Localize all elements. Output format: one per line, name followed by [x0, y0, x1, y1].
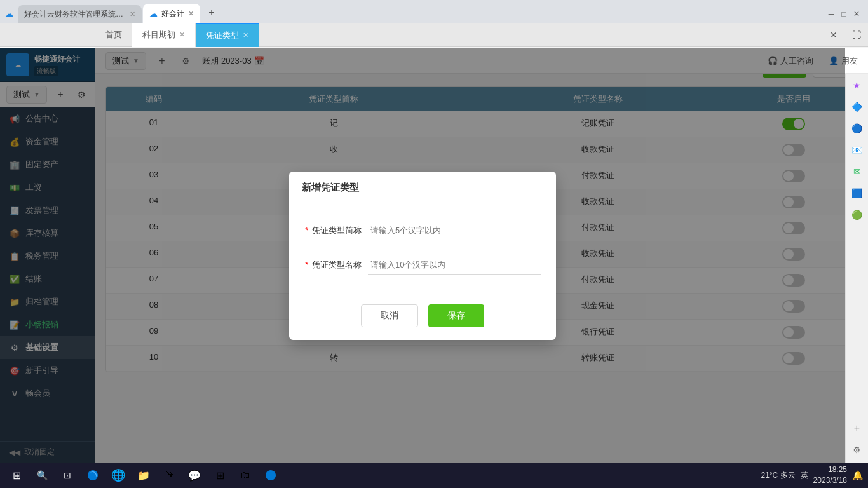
right-star-button[interactable]: ★ [847, 75, 867, 95]
right-circle-button[interactable]: 🔵 [847, 118, 867, 139]
taskbar-explorer[interactable]: 📁 [132, 464, 155, 487]
taskbar-search[interactable]: 🔍 [31, 464, 53, 487]
subject-period-label: 科目期初 [142, 29, 175, 41]
dialog-footer: 取消 保存 [289, 295, 556, 340]
taskbar-edge2[interactable] [259, 464, 282, 487]
taskbar-time: 18:25 [813, 464, 847, 475]
taskbar-right: 21°C 多云 英 18:25 2023/3/18 🔔 [761, 464, 863, 486]
right-msg-button[interactable]: ✉ [847, 161, 867, 182]
tab-1[interactable]: 好会计云财务软件管理系统_会计 ✕ [18, 5, 142, 23]
tab-navigation: 首页 科目期初 ✕ 凭证类型 ✕ ✕ ⛶ [0, 23, 868, 47]
taskbar-time-block: 18:25 2023/3/18 [813, 464, 847, 486]
taskbar: ⊞ 🔍 ⊡ 🌐 📁 🛍 💬 ⊞ 🗂 21°C 多云 英 18:25 2023/3… [0, 463, 868, 488]
close-button[interactable]: ✕ [850, 8, 863, 20]
taskbar-lang: 英 [801, 470, 808, 481]
dialog-body: * 凭证类型简称 * 凭证类型名称 [289, 203, 556, 295]
taskbar-wechat[interactable]: 💬 [183, 464, 206, 487]
short-name-row: * 凭证类型简称 [304, 221, 541, 240]
taskbar-store[interactable]: 🛍 [158, 464, 180, 487]
taskbar-chrome[interactable]: 🌐 [107, 464, 130, 487]
tab-1-label: 好会计云财务软件管理系统_会计 [24, 9, 126, 20]
voucher-type-label: 凭证类型 [206, 30, 239, 41]
right-panel: 🔍 ★ 🔷 🔵 📧 ✉ 🟦 🟢 + ⚙ [845, 48, 868, 463]
tab-expand-button[interactable]: ⛶ [845, 24, 868, 46]
start-button[interactable]: ⊞ [5, 464, 28, 487]
tab-subject-period[interactable]: 科目期初 ✕ [132, 23, 196, 47]
short-name-label: * 凭证类型简称 [304, 225, 362, 236]
tab-1-close[interactable]: ✕ [130, 10, 135, 18]
tab-2-favicon: ☁ [149, 9, 158, 18]
tab-home[interactable]: 首页 [95, 23, 132, 47]
full-name-input[interactable] [368, 255, 541, 274]
dialog-header: 新增凭证类型 [289, 172, 556, 203]
taskbar-folder[interactable]: 🗂 [234, 464, 257, 487]
dialog-title: 新增凭证类型 [302, 182, 359, 193]
save-button[interactable]: 保存 [428, 304, 484, 327]
taskbar-weather: 21°C 多云 [761, 470, 795, 481]
minimize-button[interactable]: ─ [825, 8, 837, 20]
taskbar-app1[interactable]: ⊞ [208, 464, 231, 487]
right-add-button[interactable]: + [847, 418, 867, 438]
browser-chrome: ☁ 好会计云财务软件管理系统_会计 ✕ ☁ 好会计 ✕ + ─ □ ✕ [0, 0, 868, 23]
right-blue-button[interactable]: 🔷 [847, 97, 867, 117]
dialog: 新增凭证类型 * 凭证类型简称 * 凭证类型名称 [289, 172, 556, 340]
right-gear-button[interactable]: ⚙ [847, 440, 867, 460]
right-green-button[interactable]: 🟢 [847, 205, 867, 225]
full-name-label: * 凭证类型名称 [304, 259, 362, 271]
taskbar-task-view[interactable]: ⊡ [56, 464, 79, 487]
right-box-button[interactable]: 🟦 [847, 183, 867, 203]
short-name-input[interactable] [368, 221, 541, 240]
right-mail-button[interactable]: 📧 [847, 140, 867, 160]
taskbar-date: 2023/3/18 [813, 475, 847, 486]
cancel-button[interactable]: 取消 [361, 304, 418, 327]
subject-period-close[interactable]: ✕ [179, 30, 185, 39]
tab-minimize-button[interactable]: ✕ [822, 24, 845, 46]
tab-favicon-1: ☁ [5, 9, 15, 19]
tab-2-close[interactable]: ✕ [188, 10, 194, 18]
tab-voucher-type[interactable]: 凭证类型 ✕ [196, 23, 259, 47]
tab-2-label: 好会计 [161, 8, 184, 19]
new-tab-button[interactable]: + [203, 4, 220, 22]
tab-2[interactable]: ☁ 好会计 ✕ [143, 4, 200, 23]
taskbar-edge[interactable] [81, 464, 104, 487]
dialog-overlay: 新增凭证类型 * 凭证类型简称 * 凭证类型名称 [0, 48, 845, 463]
home-tab-label: 首页 [105, 29, 122, 41]
maximize-button[interactable]: □ [837, 8, 850, 20]
taskbar-notification-icon[interactable]: 🔔 [852, 470, 863, 480]
full-name-row: * 凭证类型名称 [304, 255, 541, 274]
voucher-type-close[interactable]: ✕ [243, 31, 248, 39]
